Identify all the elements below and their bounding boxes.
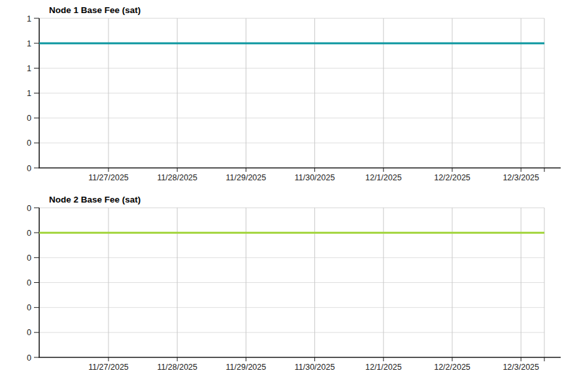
x-tick-label: 12/3/2025 xyxy=(503,363,539,372)
chart-title: Node 2 Base Fee (sat) xyxy=(49,195,140,204)
node2-base-fee-chart: Node 2 Base Fee (sat) 000000011/27/20251… xyxy=(0,189,562,392)
y-tick-label: 0 xyxy=(27,139,31,148)
y-tick-label: 0 xyxy=(27,353,31,363)
y-tick-label: 0 xyxy=(27,114,31,123)
x-tick-label: 12/2/2025 xyxy=(434,363,471,372)
y-tick-label: 1 xyxy=(27,14,31,24)
y-tick-label: 0 xyxy=(27,278,31,287)
x-tick-label: 11/30/2025 xyxy=(295,363,335,372)
y-tick-label: 1 xyxy=(27,39,31,48)
x-tick-label: 11/29/2025 xyxy=(226,363,267,372)
y-tick-label: 0 xyxy=(27,328,31,337)
x-tick-label: 11/30/2025 xyxy=(295,173,335,182)
charts-page: Node 1 Base Fee (sat) 111100011/27/20251… xyxy=(0,0,562,392)
y-tick-label: 0 xyxy=(27,303,31,312)
y-tick-label: 0 xyxy=(27,164,31,173)
x-tick-label: 12/1/2025 xyxy=(365,363,402,372)
x-tick-label: 11/28/2025 xyxy=(157,363,197,372)
y-tick-label: 0 xyxy=(27,253,31,263)
y-tick-label: 0 xyxy=(27,204,31,213)
node2-chart-canvas: Node 2 Base Fee (sat) 000000011/27/20251… xyxy=(0,189,562,392)
node1-base-fee-chart: Node 1 Base Fee (sat) 111100011/27/20251… xyxy=(0,0,562,189)
y-tick-label: 1 xyxy=(27,64,31,73)
node1-chart-canvas: Node 1 Base Fee (sat) 111100011/27/20251… xyxy=(0,0,562,189)
x-tick-label: 11/27/2025 xyxy=(88,363,129,372)
x-tick-label: 12/1/2025 xyxy=(365,173,402,182)
chart-title: Node 1 Base Fee (sat) xyxy=(49,5,140,15)
y-tick-label: 0 xyxy=(27,229,31,238)
x-tick-label: 12/3/2025 xyxy=(503,173,539,182)
x-tick-label: 11/27/2025 xyxy=(88,173,129,182)
y-tick-label: 1 xyxy=(27,89,31,98)
x-tick-label: 12/2/2025 xyxy=(434,173,471,182)
x-tick-label: 11/29/2025 xyxy=(226,173,267,182)
x-tick-label: 11/28/2025 xyxy=(157,173,197,182)
